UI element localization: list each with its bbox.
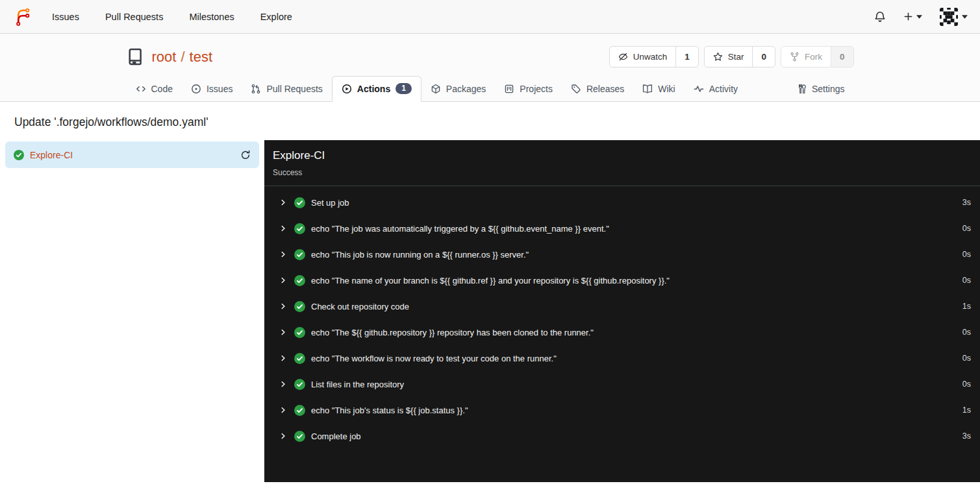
repo-tabs: Code Issues Pull Requests Actions 1 (127, 76, 854, 101)
step-duration: 0s (962, 224, 971, 233)
top-navbar: Issues Pull Requests Milestones Explore (0, 0, 980, 34)
check-circle-icon (294, 379, 305, 390)
star-button[interactable]: Star (705, 47, 753, 67)
step-row-echo-branch[interactable]: echo "The name of your branch is ${{ git… (264, 267, 980, 293)
wiki-book-icon (642, 84, 653, 94)
forgejo-logo-icon[interactable] (12, 6, 32, 27)
repo-name-link[interactable]: test (190, 49, 212, 65)
project-icon (504, 84, 514, 94)
fork-label: Fork (805, 52, 822, 62)
check-circle-icon (14, 150, 24, 160)
step-row-setup[interactable]: Set up job 3s (264, 189, 980, 215)
tag-icon (571, 84, 581, 94)
chevron-right-icon[interactable] (279, 354, 287, 362)
navbar-links: Issues Pull Requests Milestones Explore (52, 12, 292, 22)
plus-icon (903, 12, 913, 21)
tab-issues[interactable]: Issues (182, 77, 242, 101)
step-label: Set up job (311, 198, 349, 208)
step-label: echo "The name of your branch is ${{ git… (311, 276, 670, 286)
chevron-right-icon[interactable] (279, 199, 287, 206)
step-row-echo-trigger[interactable]: echo "The job was automatically triggere… (264, 215, 980, 241)
check-circle-icon (294, 405, 305, 416)
eye-off-icon (618, 52, 628, 62)
repo-owner-link[interactable]: root (152, 49, 177, 65)
create-new-dropdown[interactable] (903, 12, 922, 21)
check-circle-icon (294, 275, 305, 286)
check-circle-icon (294, 327, 305, 338)
issue-icon (191, 84, 201, 94)
step-row-echo-runner-os[interactable]: echo "This job is now running on a ${{ r… (264, 241, 980, 267)
tab-wiki[interactable]: Wiki (633, 77, 684, 101)
user-menu-dropdown[interactable] (940, 8, 968, 26)
check-circle-icon (294, 249, 305, 260)
tab-label: Code (151, 84, 173, 94)
tab-code[interactable]: Code (127, 77, 182, 101)
tab-label: Releases (586, 84, 624, 94)
chevron-right-icon[interactable] (279, 276, 287, 284)
chevron-right-icon[interactable] (279, 432, 287, 440)
wrench-icon (796, 84, 807, 94)
tab-settings[interactable]: Settings (787, 77, 854, 101)
sidebar-job-explore-ci[interactable]: Explore-CI (5, 141, 259, 168)
package-icon (431, 84, 441, 94)
tab-packages[interactable]: Packages (421, 77, 495, 101)
tab-pull-requests[interactable]: Pull Requests (242, 77, 331, 101)
play-circle-icon (342, 84, 352, 94)
tab-activity[interactable]: Activity (685, 77, 747, 101)
tab-projects[interactable]: Projects (495, 77, 562, 101)
step-row-list-files[interactable]: List files in the repository 0s (264, 371, 980, 397)
step-label: echo "The workflow is now ready to test … (311, 354, 557, 363)
navbar-right (874, 8, 968, 26)
tab-label: Activity (709, 84, 738, 94)
chevron-right-icon[interactable] (279, 250, 287, 258)
watchers-count[interactable]: 1 (675, 47, 698, 67)
job-steps-list: Set up job 3s echo "The job was automati… (264, 186, 980, 449)
forks-count[interactable]: 0 (831, 47, 853, 67)
star-label: Star (728, 52, 744, 62)
step-label: Check out repository code (311, 302, 409, 311)
nav-link-milestones[interactable]: Milestones (189, 12, 234, 22)
step-duration: 0s (962, 276, 971, 285)
chevron-right-icon[interactable] (279, 225, 287, 232)
job-name: Explore-CI (30, 150, 73, 160)
step-duration: 0s (962, 354, 971, 363)
chevron-right-icon[interactable] (279, 328, 287, 336)
step-row-checkout[interactable]: Check out repository code 1s (264, 293, 980, 319)
nav-link-pull-requests[interactable]: Pull Requests (105, 12, 163, 22)
breadcrumb-separator: / (181, 49, 184, 65)
breadcrumb: root/test (152, 49, 213, 66)
tab-releases[interactable]: Releases (562, 77, 633, 101)
refresh-icon[interactable] (240, 150, 251, 160)
run-content: Explore-CI Explore-CI Success Set up job… (0, 140, 980, 482)
step-duration: 3s (962, 198, 971, 207)
bell-icon[interactable] (874, 11, 886, 23)
nav-link-issues[interactable]: Issues (52, 12, 79, 22)
nav-link-explore[interactable]: Explore (260, 12, 292, 22)
caret-down-icon (916, 15, 922, 19)
pull-request-icon (251, 84, 261, 94)
step-row-echo-status[interactable]: echo "This job's status is ${{ job.statu… (264, 397, 980, 423)
chevron-right-icon[interactable] (279, 406, 287, 414)
tab-label: Settings (812, 84, 845, 94)
step-duration: 0s (962, 380, 971, 389)
tab-label: Packages (446, 84, 486, 94)
tab-actions[interactable]: Actions 1 (332, 76, 421, 102)
step-row-echo-cloned[interactable]: echo "The ${{ github.repository }} repos… (264, 319, 980, 345)
tab-label: Actions (357, 84, 390, 94)
chevron-right-icon[interactable] (279, 380, 287, 388)
step-row-echo-ready[interactable]: echo "The workflow is now ready to test … (264, 345, 980, 371)
step-label: echo "The job was automatically triggere… (311, 224, 609, 234)
unwatch-label: Unwatch (633, 52, 668, 62)
fork-button-group: Fork 0 (781, 46, 854, 67)
job-log-header: Explore-CI Success (264, 140, 980, 186)
check-circle-icon (294, 353, 305, 364)
stars-count[interactable]: 0 (752, 47, 775, 67)
step-duration: 0s (962, 328, 971, 337)
fork-icon (790, 52, 799, 62)
chevron-right-icon[interactable] (279, 302, 287, 310)
step-row-complete[interactable]: Complete job 3s (264, 423, 980, 449)
unwatch-button[interactable]: Unwatch (610, 47, 676, 67)
step-duration: 1s (962, 302, 971, 311)
tab-label: Projects (520, 84, 553, 94)
page-title: Update '.forgejo/workflows/demo.yaml' (0, 102, 980, 140)
